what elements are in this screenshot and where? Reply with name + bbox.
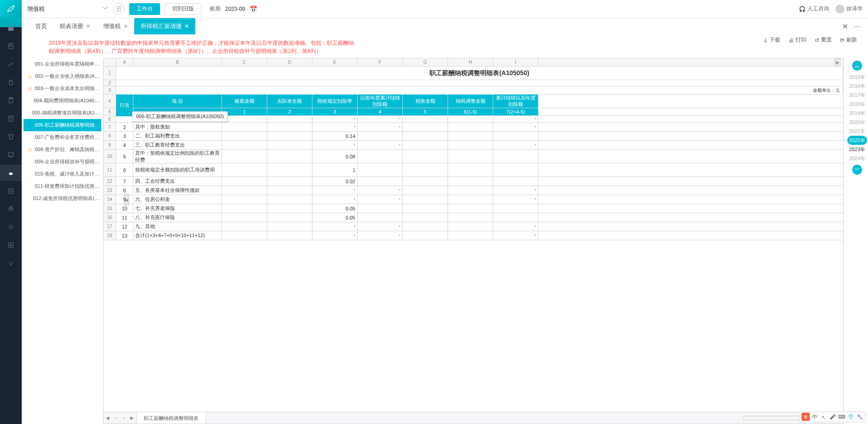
form-list-item[interactable]: 006-职工薪酬纳税调整明细… — [24, 119, 101, 131]
table-row[interactable]: 116按税收规定全额扣除的职工培训费用1 — [104, 163, 843, 177]
tab-home[interactable]: 首页 — [29, 18, 53, 34]
ime-mic-icon[interactable]: 🎤 — [829, 413, 837, 421]
close-icon[interactable]: ✕ — [184, 23, 189, 29]
table-row[interactable]: 72其中：股权激励*** — [104, 123, 843, 132]
col-H[interactable]: H — [448, 58, 493, 66]
breadcrumb[interactable]: 增值税 ﹀ — [27, 5, 108, 13]
col-A[interactable]: A — [116, 58, 133, 66]
table-row[interactable]: 1813合计(1+3+4+7+8+9+10+11+12)*** — [104, 231, 843, 240]
switch-old-button[interactable]: 切到旧版 — [165, 3, 202, 15]
ime-toolbar[interactable]: S 中 •, 🎤 ⌨ 👕 🔧 — [799, 411, 866, 422]
nav-doc-icon[interactable] — [0, 38, 22, 54]
year-item[interactable]: 2020年 — [847, 118, 867, 127]
nav-print-icon[interactable] — [0, 201, 22, 217]
user-menu[interactable]: 徐泽华 — [835, 5, 863, 14]
year-item[interactable]: 2019年 — [847, 109, 867, 118]
refresh-action[interactable]: ⟳刷新 — [840, 36, 857, 44]
table-row[interactable]: 1611八、补充医疗保险0.05 — [104, 213, 843, 222]
col-E[interactable]: E — [312, 58, 358, 66]
table-row[interactable]: 127四、工会经费支出0.02 — [104, 177, 843, 186]
tab-income-tax[interactable]: 所得税汇算清缴✕ — [134, 18, 195, 34]
warn-icon: ⚠ — [28, 86, 33, 91]
nav-tax-icon[interactable] — [0, 165, 22, 181]
nav-v-icon[interactable] — [0, 255, 22, 272]
close-icon[interactable]: ✕ — [86, 23, 90, 29]
col-F[interactable]: F — [358, 58, 403, 66]
support-link[interactable]: 🎧 人工咨询 — [799, 5, 829, 13]
sheet-nav-last[interactable]: ▶ — [128, 415, 136, 420]
record-icon[interactable] — [113, 3, 125, 15]
warning-text: 2019年度涉及取以前年度结转数据的申报表单元格需要手工维护正确，才能保证本年及… — [22, 34, 365, 58]
ime-lang-icon[interactable]: 中 — [811, 413, 819, 421]
download-action[interactable]: ⤓下载 — [763, 36, 780, 44]
table-row[interactable]: 1712九、其他*** — [104, 222, 843, 231]
table-row[interactable]: 94三、职工教育经费支出*** — [104, 141, 843, 150]
year-item[interactable]: 2015年 — [847, 72, 867, 81]
sheet-tab-active[interactable]: 职工薪酬纳税调整明细表 — [136, 412, 206, 424]
nav-clipboard-icon[interactable] — [0, 92, 22, 109]
form-tooltip: 006-职工薪酬纳税调整明细表(A105050) — [132, 111, 228, 122]
nav-calc-icon[interactable] — [0, 110, 22, 127]
year-item[interactable]: 2018年 — [847, 100, 867, 109]
workspace-button[interactable]: 工作台 — [129, 3, 160, 15]
nav-screen-icon[interactable] — [0, 147, 22, 163]
form-list-item[interactable]: 011-研发费用加计扣除优惠… — [24, 180, 101, 192]
ime-tool-icon[interactable]: 🔧 — [856, 413, 864, 421]
sheet-nav-prev[interactable]: ‹ — [112, 415, 120, 420]
year-item[interactable]: 2017年 — [847, 91, 867, 100]
nav-play-icon[interactable] — [0, 237, 22, 253]
form-list-item[interactable]: 009-企业所得税弥补亏损明… — [24, 156, 101, 168]
form-list-item[interactable]: ⚠002-一般企业收入明细表(A… — [24, 70, 101, 82]
nav-home-icon[interactable] — [0, 20, 22, 36]
form-list-item[interactable]: 010-免税、减计收入及加计… — [24, 168, 101, 180]
form-list-item[interactable]: 001-企业所得税年度纳税申… — [24, 58, 101, 70]
tabs-more-icon[interactable]: ⋯ — [854, 22, 861, 31]
table-row[interactable]: 1510七、补充养老保险0.05 — [104, 204, 843, 213]
sheet-nav-first[interactable]: ◀ — [104, 415, 112, 420]
tab-tax-list[interactable]: 税表清册✕ — [53, 18, 97, 34]
reset-action[interactable]: ↺重置 — [815, 36, 832, 44]
ime-s-icon[interactable]: S — [802, 413, 810, 421]
year-item[interactable]: 2021年 — [847, 127, 867, 136]
calendar-icon[interactable]: 📅 — [250, 5, 257, 13]
col-C[interactable]: C — [222, 58, 267, 66]
period-value[interactable]: 2023-09 — [225, 6, 245, 12]
col-B[interactable]: B — [133, 58, 222, 66]
year-item[interactable]: 2024年 — [847, 154, 867, 163]
year-down-icon[interactable]: ︾ — [852, 165, 862, 175]
ime-punct-icon[interactable]: •, — [820, 413, 828, 421]
right-toggle[interactable]: ▶ — [834, 58, 840, 67]
form-list: 001-企业所得税年度纳税申…⚠002-一般企业收入明细表(A…⚠003-一般企… — [22, 58, 103, 424]
tab-vat[interactable]: 增值税✕ — [97, 18, 134, 34]
nav-shirt-icon[interactable] — [0, 129, 22, 145]
year-item[interactable]: 2023年 — [847, 145, 867, 154]
print-action[interactable]: 🖨打印 — [788, 36, 807, 44]
ime-kbd-icon[interactable]: ⌨ — [838, 413, 846, 421]
form-list-item[interactable]: ⚠008-资产折旧、摊销及纳税… — [24, 143, 101, 156]
nav-download-icon[interactable] — [0, 183, 22, 199]
nav-bag-icon[interactable] — [0, 74, 22, 91]
tabs-close-icon[interactable]: ✕ — [842, 22, 848, 31]
table-row[interactable]: 105其中：按税收规定比例扣除的职工教育经费0.08 — [104, 150, 843, 163]
col-I[interactable]: I — [493, 58, 538, 66]
sheet-nav-next[interactable]: › — [120, 415, 128, 420]
form-list-item[interactable]: 005-纳税调整项目明细表(A1… — [24, 107, 101, 119]
table-row[interactable]: 138五、各类基本社会保障性缴款*** — [104, 186, 843, 195]
nav-chart-icon[interactable] — [0, 56, 22, 72]
year-item[interactable]: 2022年 — [847, 136, 867, 145]
app-logo[interactable] — [0, 0, 22, 18]
table-row[interactable]: 149六、住房公积金*** — [104, 195, 843, 204]
sheet-title: 职工薪酬纳税调整明细表(A105050) — [116, 67, 843, 80]
col-G[interactable]: G — [403, 58, 448, 66]
ime-skin-icon[interactable]: 👕 — [847, 413, 855, 421]
form-list-item[interactable]: 012-减免所得税优惠明细表(… — [24, 192, 101, 205]
form-list-item[interactable]: 004-期间费用明细表(A1040… — [24, 95, 101, 107]
year-up-icon[interactable]: ︽ — [852, 61, 862, 71]
close-icon[interactable]: ✕ — [123, 23, 128, 29]
year-item[interactable]: 2016年 — [847, 81, 867, 91]
form-list-item[interactable]: ⚠003-一般企业成本支出明细… — [24, 82, 101, 95]
table-row[interactable]: 83二、职工福利费支出0.14 — [104, 132, 843, 141]
form-list-item[interactable]: 007-广告费和业务宣传费跨… — [24, 131, 101, 143]
nav-settings-icon[interactable] — [0, 219, 22, 235]
col-D[interactable]: D — [267, 58, 312, 66]
